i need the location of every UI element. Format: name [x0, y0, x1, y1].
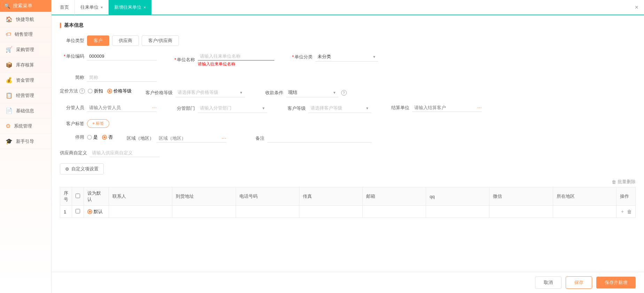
main-area: 首页 往来单位 × 新增往来单位 × × 基本信息 单位类型 客户 供应商: [52, 0, 644, 293]
row-region-input[interactable]: [557, 209, 613, 214]
row-checkbox[interactable]: [76, 209, 80, 213]
tab-new-partner-close[interactable]: ×: [143, 5, 146, 9]
customer-level-arrow: ▼: [366, 106, 369, 110]
supplier-custom-field: 供应商自定义: [60, 149, 636, 157]
settle-unit-label: 结算单位: [385, 105, 409, 111]
disable-field: 停用 是 否: [60, 134, 113, 140]
row-contact-input[interactable]: [112, 209, 168, 214]
cancel-button[interactable]: 取消: [535, 276, 561, 289]
sidebar-item-nav[interactable]: 🏠 快捷导航: [0, 12, 51, 27]
add-row-icon[interactable]: ＋: [620, 209, 625, 215]
pricing-method-label: 定价方法 ?: [60, 88, 85, 94]
sidebar-item-purchase[interactable]: 🛒 采购管理: [0, 42, 51, 57]
row-default-radio-item[interactable]: 默认: [87, 209, 105, 215]
close-all-tabs[interactable]: ×: [632, 4, 641, 11]
row-address-input[interactable]: [176, 209, 232, 214]
pricing-discount-option[interactable]: 折扣: [88, 88, 103, 94]
settle-unit-input[interactable]: [412, 104, 476, 112]
contacts-table: 序号 设为默认 联系人 到货地址 电话号码 传真 邮箱 qq 微信 所在地区 操…: [60, 187, 636, 218]
region-more-btn[interactable]: ···: [222, 135, 226, 141]
supplier-custom-input[interactable]: [90, 149, 159, 157]
short-name-input[interactable]: [87, 73, 157, 82]
customer-level-select[interactable]: 请选择客户等级 ▼: [308, 104, 371, 113]
row-fax[interactable]: [299, 206, 362, 218]
sidebar-item-operations[interactable]: 📋 经营管理: [0, 88, 51, 103]
row-qq-input[interactable]: [430, 209, 486, 214]
row-default: 默认: [84, 206, 109, 218]
disable-radio-group: 是 否: [87, 134, 113, 140]
remark-input[interactable]: [267, 134, 372, 143]
customer-level-field: 客户等级 请选择客户等级 ▼: [281, 104, 371, 113]
unit-category-label: 单位分类: [288, 54, 313, 60]
manager-more-btn[interactable]: ···: [152, 105, 157, 111]
customer-price-select[interactable]: 请选择客户价格等级 ▼: [175, 88, 245, 97]
inventory-icon: 📦: [6, 62, 13, 68]
unit-name-input[interactable]: [198, 52, 274, 60]
sidebar-item-system[interactable]: ⚙ 系统管理: [0, 119, 51, 134]
search-menu[interactable]: 🔍 搜索菜单: [0, 0, 51, 12]
row-contact[interactable]: [109, 206, 172, 218]
pricing-level-option[interactable]: 价格等级: [107, 88, 132, 94]
row-phone[interactable]: [236, 206, 299, 218]
save-button[interactable]: 保存: [566, 276, 592, 289]
row-region[interactable]: [553, 206, 616, 218]
sidebar-item-inventory[interactable]: 📦 库存核算: [0, 57, 51, 73]
tab-home[interactable]: 首页: [54, 0, 75, 15]
manager-input[interactable]: [87, 104, 151, 112]
row-action: ＋ 🗑: [616, 206, 635, 218]
dept-select[interactable]: 请输入分管部门 ▼: [198, 104, 267, 113]
sidebar-item-sales[interactable]: 🏷 销售管理: [0, 27, 51, 42]
region-label: 区域（地区）: [127, 135, 154, 141]
col-contact: 联系人: [109, 187, 172, 206]
dept-arrow: ▼: [262, 106, 265, 110]
unit-btn-customer[interactable]: 客户: [87, 35, 109, 46]
delete-row-icon[interactable]: 🗑: [627, 209, 632, 214]
manager-label: 分管人员: [60, 105, 84, 111]
unit-category-select[interactable]: 未分类 ▼: [315, 52, 378, 62]
payment-terms-select[interactable]: 现结 ▼: [286, 88, 338, 97]
content-area: 基本信息 单位类型 客户 供应商 客户/供应商 单位编码 单位名称: [52, 15, 644, 272]
unit-btn-supplier[interactable]: 供应商: [112, 35, 139, 46]
select-all-checkbox[interactable]: [76, 194, 80, 198]
short-name-label: 简称: [60, 74, 84, 81]
region-input-wrap: ···: [157, 134, 226, 143]
row-phone-input[interactable]: [239, 209, 296, 214]
tab-new-partner[interactable]: 新增往来单位 ×: [109, 0, 151, 15]
row-address[interactable]: [172, 206, 236, 218]
tab-partners[interactable]: 往来单位 ×: [75, 0, 109, 15]
row-email[interactable]: [362, 206, 426, 218]
payment-terms-help[interactable]: ?: [341, 90, 347, 96]
tab-bar: 首页 往来单位 × 新增往来单位 × ×: [52, 0, 644, 15]
custom-settings-icon: ⚙: [65, 166, 69, 172]
tab-partners-close[interactable]: ×: [101, 5, 103, 9]
add-tag-button[interactable]: + 标签: [87, 119, 109, 128]
batch-delete-icon: 🗑: [612, 179, 616, 185]
row-fax-input[interactable]: [303, 209, 359, 214]
unit-btn-both[interactable]: 客户/供应商: [142, 35, 179, 46]
batch-delete-area[interactable]: 🗑 批量删除: [60, 179, 636, 185]
row-email-input[interactable]: [366, 209, 422, 214]
operations-icon: 📋: [6, 92, 13, 99]
region-input[interactable]: [157, 134, 220, 142]
settle-unit-more-btn[interactable]: ···: [477, 105, 482, 111]
unit-code-input[interactable]: [87, 52, 157, 60]
disable-no-option[interactable]: 否: [102, 134, 113, 140]
pricing-radio-group: 折扣 价格等级: [88, 88, 132, 94]
unit-type-field: 单位类型 客户 供应商 客户/供应商: [60, 35, 636, 46]
disable-label: 停用: [60, 134, 84, 140]
pricing-help-icon[interactable]: ?: [79, 88, 85, 94]
sidebar-item-finance[interactable]: 💰 资金管理: [0, 73, 51, 88]
row-qq[interactable]: [426, 206, 489, 218]
unit-name-field: 单位名称 请输入往来单位名称: [171, 52, 274, 67]
sidebar-item-basic-info[interactable]: 📄 基础信息: [0, 103, 51, 119]
col-action: 操作: [616, 187, 635, 206]
row-wechat-input[interactable]: [493, 209, 549, 214]
disable-yes-radio: [87, 135, 92, 140]
col-seq: 序号: [60, 187, 72, 206]
save-new-button[interactable]: 保存并新增: [596, 277, 636, 288]
sidebar-item-guide[interactable]: 🎓 新手引导: [0, 134, 51, 149]
col-email: 邮箱: [362, 187, 426, 206]
custom-settings-button[interactable]: ⚙ 自定义项设置: [60, 163, 104, 174]
row-wechat[interactable]: [489, 206, 553, 218]
disable-yes-option[interactable]: 是: [87, 134, 98, 140]
